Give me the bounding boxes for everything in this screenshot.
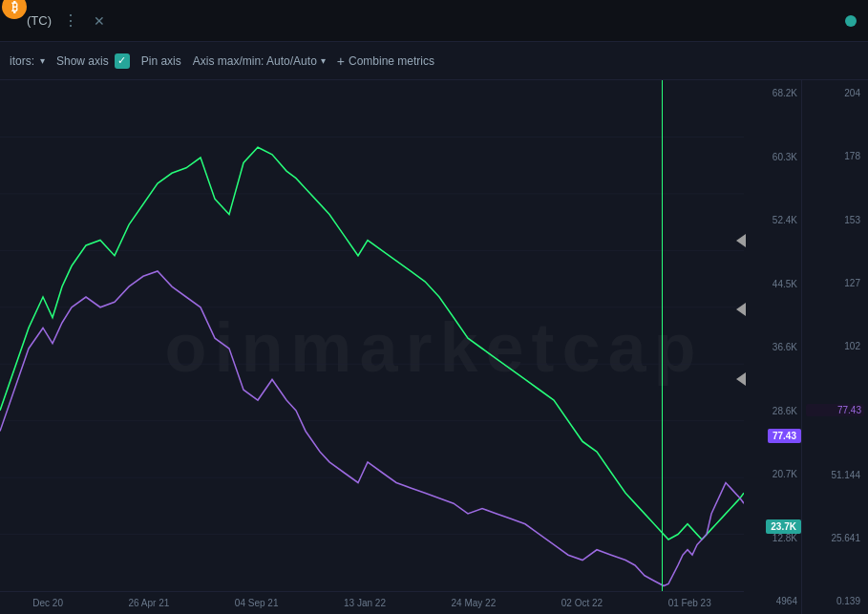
y-label-right-4: 102 xyxy=(806,341,864,351)
y-label-left-5: 28.6K xyxy=(748,406,797,416)
y-label-left-3: 44.5K xyxy=(748,279,797,289)
indicators-label: itors: xyxy=(10,54,34,68)
y-label-right-2: 153 xyxy=(806,215,864,225)
y-label-right-7: 25.641 xyxy=(806,533,864,543)
y-label-left-1: 60.3K xyxy=(748,152,797,162)
top-bar: ₿ (TC) ⋮ ✕ xyxy=(0,0,868,42)
bitcoin-badge: ₿ xyxy=(2,0,27,19)
y-label-left-2: 52.4K xyxy=(748,215,797,225)
show-axis-checkbox[interactable]: ✓ xyxy=(115,53,130,69)
axis-max-min-section[interactable]: Axis max/min: Auto/Auto ▾ xyxy=(193,54,326,68)
pin-axis-section[interactable]: Pin axis xyxy=(141,54,181,68)
x-label-4: 24 May 22 xyxy=(452,598,497,608)
show-axis-section[interactable]: Show axis ✓ xyxy=(56,53,130,69)
axis-dropdown-arrow[interactable]: ▾ xyxy=(321,55,326,66)
combine-metrics-section[interactable]: + Combine metrics xyxy=(337,53,434,69)
symbol-label: (TC) xyxy=(27,13,52,28)
y-label-right-1: 178 xyxy=(806,151,864,161)
y-axis-right: 204 178 153 127 102 77.43 51.144 25.641 … xyxy=(801,80,868,614)
y-label-right-8: 0.139 xyxy=(806,596,864,606)
plus-icon: + xyxy=(337,53,345,69)
show-axis-label: Show axis xyxy=(56,54,109,68)
y-label-left-6: 20.7K xyxy=(748,469,797,479)
status-indicator xyxy=(845,15,857,27)
y-label-left-7: 12.8K xyxy=(748,533,797,543)
x-label-0: Dec 20 xyxy=(32,598,63,608)
pin-axis-label: Pin axis xyxy=(141,54,181,68)
dots-menu-icon[interactable]: ⋮ xyxy=(59,10,82,32)
indicators-section: itors: ▾ xyxy=(10,54,45,68)
axis-max-min-label: Axis max/min: Auto/Auto xyxy=(193,54,317,68)
price-badge-purple: 77.43 xyxy=(768,429,801,443)
crosshair-line xyxy=(662,80,663,591)
close-icon[interactable]: ✕ xyxy=(90,11,109,31)
toolbar: itors: ▾ Show axis ✓ Pin axis Axis max/m… xyxy=(0,42,868,80)
x-label-1: 26 Apr 21 xyxy=(129,598,170,608)
y-label-right-6: 51.144 xyxy=(806,470,864,480)
price-badge-green: 23.7K xyxy=(766,519,801,534)
y-label-right-5: 77.43 xyxy=(806,404,864,416)
x-label-2: 04 Sep 21 xyxy=(235,598,279,608)
x-label-6: 01 Feb 23 xyxy=(668,598,711,608)
chart-svg xyxy=(0,80,744,591)
x-axis: Dec 20 26 Apr 21 04 Sep 21 13 Jan 22 24 … xyxy=(0,591,744,614)
x-label-5: 02 Oct 22 xyxy=(561,598,603,608)
indicators-dropdown-arrow[interactable]: ▾ xyxy=(40,55,45,66)
y-label-right-3: 127 xyxy=(806,278,864,288)
y-label-left-8: 4964 xyxy=(748,596,797,606)
y-label-left-0: 68.2K xyxy=(748,88,797,98)
y-label-left-4: 36.6K xyxy=(748,342,797,352)
y-label-right-0: 204 xyxy=(806,88,864,98)
x-label-3: 13 Jan 22 xyxy=(344,598,386,608)
combine-metrics-label: Combine metrics xyxy=(349,54,434,68)
y-axis-left: 68.2K 60.3K 52.4K 44.5K 36.6K 28.6K 20.7… xyxy=(744,80,801,614)
chart-area: oinmarketcap 68.2K 60.3K 52.4K 44.5K 36.… xyxy=(0,80,868,614)
